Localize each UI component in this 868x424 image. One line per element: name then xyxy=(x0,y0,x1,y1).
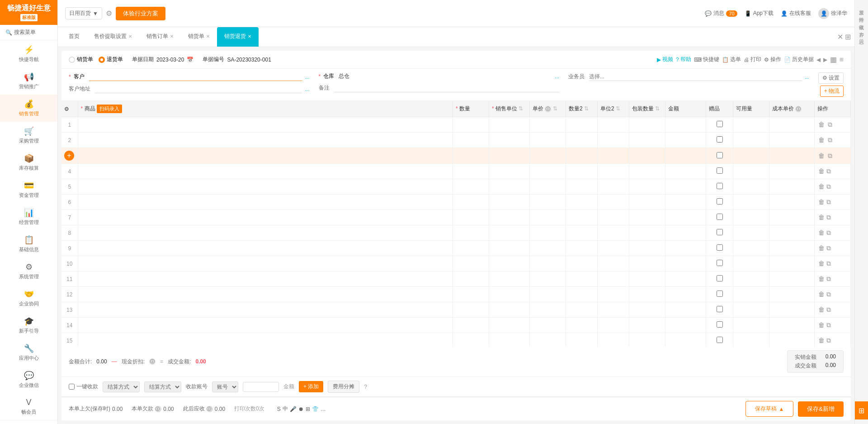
nav-prev-btn[interactable]: ◀ xyxy=(816,57,821,63)
price-cell-2[interactable] xyxy=(530,133,566,148)
gift-cell-3[interactable] xyxy=(706,148,733,164)
sidebar-item-member[interactable]: V 畅会员 xyxy=(0,393,57,420)
product-input-1[interactable] xyxy=(81,122,450,128)
delete-btn-15[interactable]: 🗑 xyxy=(817,336,826,345)
cost-cell-1[interactable] xyxy=(769,117,815,133)
pkg-cell-2[interactable] xyxy=(629,133,665,148)
one-click-payment[interactable]: 一键收款 xyxy=(69,383,98,391)
sidebar-item-operations[interactable]: 📊 经营管理 xyxy=(0,203,57,230)
pkg-cell-1[interactable] xyxy=(629,117,665,133)
cost-cell-3[interactable] xyxy=(769,148,815,164)
th-sort-icon[interactable]: ⇅ xyxy=(519,105,523,112)
amount-cell-3[interactable] xyxy=(665,148,706,164)
copy-btn-8[interactable]: ⧉ xyxy=(826,228,832,238)
delete-btn-9[interactable]: 🗑 xyxy=(817,243,826,252)
action-select[interactable]: 📋 选单 xyxy=(722,56,741,63)
tab-sale-delivery[interactable]: 销货单 ✕ xyxy=(181,27,217,47)
copy-btn-4[interactable]: ⧉ xyxy=(826,167,832,176)
save-new-button[interactable]: 保存&新增 xyxy=(798,401,844,417)
delete-btn-10[interactable]: 🗑 xyxy=(817,259,826,268)
address-select-btn[interactable]: ... xyxy=(305,86,310,92)
settings-button[interactable]: ⚙ 设置 xyxy=(818,72,844,84)
logistics-button[interactable]: + 物流 xyxy=(820,86,844,97)
expand-btn[interactable]: ⊞ xyxy=(845,33,851,41)
delete-btn-2[interactable]: 🗑 xyxy=(817,135,826,144)
tab-sale-return-close[interactable]: ✕ xyxy=(248,34,251,39)
payment-help-icon[interactable]: ? xyxy=(364,384,367,390)
tab-sale-order[interactable]: 销售订单 ✕ xyxy=(139,27,181,47)
barcode-scan-btn[interactable]: 扫码录入 xyxy=(97,105,122,113)
th-pkg-sort[interactable]: ⇅ xyxy=(655,105,660,112)
product-input-2[interactable] xyxy=(81,137,450,143)
avail-cell-2[interactable] xyxy=(733,133,769,148)
tab-sale-price[interactable]: 售价提取设置 ✕ xyxy=(87,27,139,47)
right-sidebar-log[interactable]: 日志 xyxy=(858,33,865,37)
radio-sale-return[interactable]: 退货单 xyxy=(99,56,123,63)
gift-checkbox-14[interactable] xyxy=(717,321,723,328)
note-input[interactable] xyxy=(334,84,560,92)
single-debt-info-icon[interactable]: ⓘ xyxy=(155,406,161,412)
copy-btn-7[interactable]: ⧉ xyxy=(826,213,832,222)
add-payment-button[interactable]: + 添加 xyxy=(299,381,323,392)
action-shortcut[interactable]: ⌨ 快捷键 xyxy=(694,56,719,63)
staff-select-btn[interactable]: ... xyxy=(805,74,809,80)
delete-btn-4[interactable]: 🗑 xyxy=(817,167,826,176)
copy-btn-11[interactable]: ⧉ xyxy=(826,274,832,284)
gift-checkbox-10[interactable] xyxy=(717,260,723,266)
copy-btn-10[interactable]: ⧉ xyxy=(826,259,832,268)
col-settings-icon[interactable]: ⚙ xyxy=(64,106,69,112)
address-input[interactable] xyxy=(95,85,302,93)
gift-checkbox-2[interactable] xyxy=(717,136,723,143)
tool-shirt-icon[interactable]: 👕 xyxy=(312,406,319,412)
one-click-checkbox[interactable] xyxy=(69,384,75,390)
add-row-button[interactable]: + xyxy=(64,151,74,161)
gift-checkbox-13[interactable] xyxy=(717,306,723,312)
amount-cell-2[interactable] xyxy=(665,133,706,148)
delete-btn-11[interactable]: 🗑 xyxy=(817,274,826,283)
app-download-item[interactable]: 📱 App下载 xyxy=(745,10,774,17)
sidebar-item-inventory[interactable]: 📦 库存核算 xyxy=(0,149,57,176)
exp-button[interactable]: 体验行业方案 xyxy=(116,7,165,20)
calendar-icon[interactable]: 📅 xyxy=(187,57,193,63)
pkg-cell-3[interactable] xyxy=(629,148,665,164)
sidebar-item-system[interactable]: ⚙ 系统管理 xyxy=(0,257,57,285)
th-price-sort[interactable]: ⇅ xyxy=(553,105,557,112)
product-input-3[interactable] xyxy=(81,152,450,159)
gift-checkbox-8[interactable] xyxy=(717,229,723,235)
action-operate[interactable]: ⚙ 操作 xyxy=(764,56,781,63)
tool-table-icon[interactable]: ⊞ xyxy=(306,406,310,412)
gift-cell-2[interactable] xyxy=(706,133,733,148)
delete-btn-7[interactable]: 🗑 xyxy=(817,213,826,222)
qty2-cell-3[interactable] xyxy=(566,148,598,164)
copy-btn-12[interactable]: ⧉ xyxy=(826,290,832,299)
qty2-cell-1[interactable] xyxy=(566,117,598,133)
gift-checkbox-6[interactable] xyxy=(717,198,723,205)
sidebar-item-sales[interactable]: 💰 销售管理 xyxy=(0,95,57,122)
avail-cell-1[interactable] xyxy=(733,117,769,133)
copy-btn-3[interactable]: ⧉ xyxy=(827,151,833,161)
customer-select-btn[interactable]: ... xyxy=(305,74,310,80)
expense-split-button[interactable]: 费用分摊 xyxy=(328,381,359,393)
right-sidebar-attachment[interactable]: 附件 xyxy=(858,12,865,15)
nav-next-btn[interactable]: ▶ xyxy=(823,57,827,63)
user-item[interactable]: 👤 徐泽华 xyxy=(818,8,847,19)
message-item[interactable]: 💬 消息 70 xyxy=(705,10,737,17)
tab-sale-delivery-close[interactable]: ✕ xyxy=(206,34,210,39)
tool-record-icon[interactable]: ⏺ xyxy=(298,406,304,412)
gift-checkbox-7[interactable] xyxy=(717,214,723,220)
right-sidebar-invoice[interactable]: 发票 xyxy=(858,5,865,8)
unit-cell-3[interactable] xyxy=(489,148,530,164)
delete-btn-1[interactable]: 🗑 xyxy=(817,120,826,129)
delete-btn-14[interactable]: 🗑 xyxy=(817,320,826,329)
sidebar-item-finance[interactable]: 💳 资金管理 xyxy=(0,176,57,203)
tab-sale-return[interactable]: 销货退货 ✕ xyxy=(217,27,259,47)
qty2-cell-2[interactable] xyxy=(566,133,598,148)
gift-checkbox-12[interactable] xyxy=(717,291,723,297)
cost-info-icon[interactable]: ⓘ xyxy=(795,106,802,112)
copy-btn-15[interactable]: ⧉ xyxy=(826,336,832,345)
delete-btn-13[interactable]: 🗑 xyxy=(817,305,826,314)
sidebar-item-shortcuts[interactable]: ⚡ 快捷导航 xyxy=(0,40,57,67)
product-cell-1[interactable] xyxy=(78,117,453,133)
sidebar-item-purchase[interactable]: 🛒 采购管理 xyxy=(0,122,57,149)
action-help[interactable]: ? 帮助 xyxy=(676,56,691,63)
